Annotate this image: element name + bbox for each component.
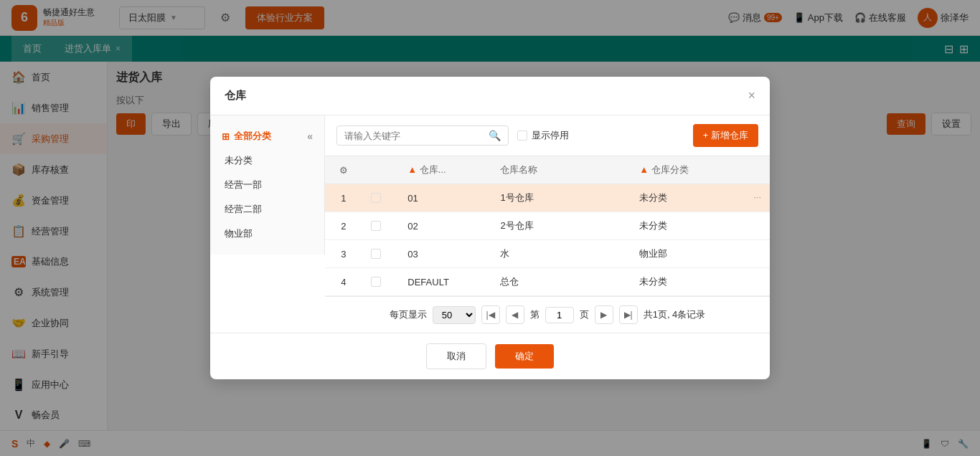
page-size-label: 每页显示 bbox=[390, 308, 427, 321]
row-settings: 2 bbox=[325, 212, 362, 240]
add-warehouse-button[interactable]: + 新增仓库 bbox=[693, 124, 758, 147]
prev-page-button[interactable]: ◀ bbox=[506, 305, 524, 324]
modal-body: ⊞ 全部分类 « 未分类 经营一部 经营二部 物业部 🔍 bbox=[210, 115, 770, 333]
page-size-select[interactable]: 50 20 100 bbox=[433, 306, 476, 324]
modal-sidebar: ⊞ 全部分类 « 未分类 经营一部 经营二部 物业部 bbox=[210, 115, 325, 255]
row-more-icon[interactable]: ··· bbox=[753, 191, 761, 202]
modal-main: 🔍 显示停用 + 新增仓库 ⚙ bbox=[325, 115, 770, 333]
modal-header: 仓库 × bbox=[210, 77, 770, 115]
show-disabled-checkbox[interactable] bbox=[517, 130, 527, 141]
search-box: 🔍 bbox=[336, 125, 509, 146]
modal-close-button[interactable]: × bbox=[748, 88, 755, 103]
col-checkbox bbox=[362, 156, 400, 184]
collapse-sidebar-button[interactable]: « bbox=[307, 130, 313, 142]
show-disabled-toggle[interactable]: 显示停用 bbox=[517, 129, 569, 142]
row-id: 03 bbox=[399, 240, 491, 268]
row-checkbox[interactable] bbox=[362, 240, 400, 268]
row-category: 物业部 bbox=[631, 240, 770, 268]
row-checkbox[interactable] bbox=[362, 268, 400, 296]
modal-overlay[interactable]: 仓库 × ⊞ 全部分类 « 未分类 经营一部 经营二部 物业部 bbox=[0, 0, 980, 456]
last-page-button[interactable]: ▶| bbox=[619, 305, 638, 324]
row-select-checkbox[interactable] bbox=[371, 249, 381, 259]
col-warehouse-name: 仓库名称 bbox=[491, 156, 631, 184]
search-input[interactable] bbox=[344, 130, 489, 141]
modal-title: 仓库 bbox=[225, 89, 246, 103]
first-page-button[interactable]: |◀ bbox=[481, 305, 500, 324]
warehouse-modal: 仓库 × ⊞ 全部分类 « 未分类 经营一部 经营二部 物业部 bbox=[210, 77, 770, 379]
col-settings: ⚙ bbox=[325, 156, 362, 184]
row-settings: 1 bbox=[325, 184, 362, 212]
row-select-checkbox[interactable] bbox=[371, 221, 381, 231]
table-row[interactable]: 1 01 1号仓库 未分类 ··· bbox=[325, 184, 770, 212]
confirm-button[interactable]: 确定 bbox=[495, 344, 554, 369]
pagination: 每页显示 50 20 100 |◀ ◀ 第 页 ▶ ▶| 共1页, 4条记录 bbox=[325, 296, 770, 333]
row-checkbox[interactable] bbox=[362, 184, 400, 212]
grid-icon: ⊞ bbox=[222, 131, 230, 142]
show-disabled-label: 显示停用 bbox=[532, 129, 569, 142]
row-checkbox[interactable] bbox=[362, 212, 400, 240]
row-category: 未分类 ··· bbox=[631, 184, 770, 212]
row-id: DEFAULT bbox=[399, 268, 491, 296]
modal-sidebar-wrapper: ⊞ 全部分类 « 未分类 经营一部 经营二部 物业部 bbox=[210, 115, 325, 333]
row-settings: 3 bbox=[325, 240, 362, 268]
page-label: 第 bbox=[530, 308, 540, 321]
sort-icon: ▲ bbox=[407, 164, 417, 175]
table-header-row: ⚙ ▲ 仓库... 仓库名称 ▲ 仓库分类 bbox=[325, 156, 770, 184]
cancel-button[interactable]: 取消 bbox=[426, 343, 486, 369]
row-name: 总仓 bbox=[491, 268, 631, 296]
category-operation2[interactable]: 经营二部 bbox=[210, 197, 324, 222]
row-name: 1号仓库 bbox=[491, 184, 631, 212]
category-unclassified[interactable]: 未分类 bbox=[210, 148, 324, 173]
search-icon: 🔍 bbox=[489, 130, 501, 141]
warehouse-table: ⚙ ▲ 仓库... 仓库名称 ▲ 仓库分类 bbox=[325, 156, 770, 296]
row-select-checkbox[interactable] bbox=[371, 193, 381, 203]
row-category: 未分类 bbox=[631, 268, 770, 296]
modal-toolbar: 🔍 显示停用 + 新增仓库 bbox=[325, 115, 770, 156]
row-settings: 4 bbox=[325, 268, 362, 296]
col-warehouse-id[interactable]: ▲ 仓库... bbox=[399, 156, 491, 184]
category-property[interactable]: 物业部 bbox=[210, 222, 324, 246]
row-category: 未分类 bbox=[631, 212, 770, 240]
table-row[interactable]: 2 02 2号仓库 未分类 bbox=[325, 212, 770, 240]
page-unit: 页 bbox=[580, 308, 589, 321]
category-operation1[interactable]: 经营一部 bbox=[210, 173, 324, 197]
all-categories-header[interactable]: ⊞ 全部分类 « bbox=[210, 124, 324, 148]
row-name: 水 bbox=[491, 240, 631, 268]
sort-icon-cat: ▲ bbox=[639, 164, 649, 175]
row-id: 02 bbox=[399, 212, 491, 240]
row-name: 2号仓库 bbox=[491, 212, 631, 240]
modal-footer: 取消 确定 bbox=[210, 333, 770, 379]
page-number-input[interactable] bbox=[545, 307, 574, 323]
table-row[interactable]: 3 03 水 物业部 bbox=[325, 240, 770, 268]
next-page-button[interactable]: ▶ bbox=[595, 305, 613, 324]
row-id: 01 bbox=[399, 184, 491, 212]
total-info: 共1页, 4条记录 bbox=[644, 308, 706, 321]
row-select-checkbox[interactable] bbox=[371, 277, 381, 287]
all-categories-label: 全部分类 bbox=[234, 130, 271, 143]
col-warehouse-category[interactable]: ▲ 仓库分类 bbox=[631, 156, 770, 184]
table-row[interactable]: 4 DEFAULT 总仓 未分类 bbox=[325, 268, 770, 296]
